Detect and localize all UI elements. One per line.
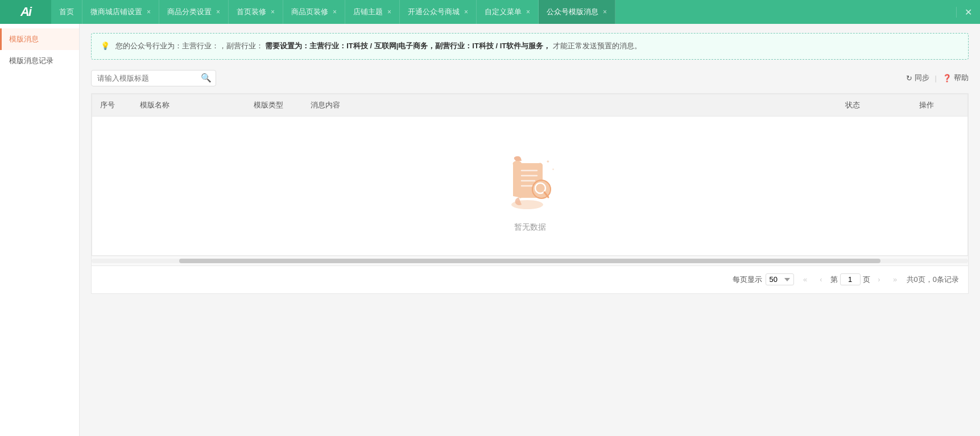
pagination: 每页显示 50 10 20 100 « ‹ 第 页 › » 共0页，0条记录	[91, 266, 969, 294]
first-page-button[interactable]: «	[799, 273, 812, 286]
toolbar-divider: |	[935, 74, 937, 82]
page-prefix: 第	[830, 275, 838, 285]
main-layout: 模版消息模版消息记录 💡 您的公众号行业为：主营行业：，副营行业： 需要设置为：…	[0, 24, 980, 436]
search-input-wrap: 🔍	[91, 70, 216, 86]
scroll-thumb	[179, 259, 880, 263]
col-action: 操作	[911, 94, 968, 116]
tab-close-wechat[interactable]: ×	[464, 8, 468, 16]
empty-illustration: ✦ ✦	[496, 151, 564, 213]
empty-state: ✦ ✦ 暂无数据	[92, 117, 967, 255]
next-page-button[interactable]: ›	[873, 273, 886, 286]
total-label: 共0页，0条记录	[907, 275, 959, 285]
table-body: ✦ ✦ 暂无数据	[92, 116, 968, 255]
nav-tab-product[interactable]: 商品页装修 ×	[283, 0, 345, 24]
content-area: 💡 您的公众号行业为：主营行业：，副营行业： 需要设置为：主营行业：IT科技 /…	[80, 24, 980, 436]
svg-text:✦: ✦	[552, 168, 555, 171]
nav-tab-template[interactable]: 公众号模版消息 ×	[539, 0, 615, 24]
nav-tabs: 首页微商城店铺设置 ×商品分类设置 ×首页装修 ×商品页装修 ×店铺主题 ×开通…	[51, 0, 956, 24]
table-header: 序号 模版名称 模版类型 消息内容 状态 操作	[92, 94, 968, 116]
notice-prefix: 您的公众号行业为：主营行业：，副营行业：	[115, 41, 263, 50]
nav-tab-wechat[interactable]: 开通公众号商城 ×	[400, 0, 477, 24]
sidebar: 模版消息模版消息记录	[0, 24, 80, 436]
help-label: 帮助	[954, 73, 969, 83]
tab-close-theme[interactable]: ×	[387, 8, 391, 16]
col-status: 状态	[837, 94, 911, 116]
tab-close-category[interactable]: ×	[216, 8, 220, 16]
page-suffix: 页	[863, 275, 870, 285]
per-page-select[interactable]: 50 10 20 100	[766, 273, 794, 285]
data-table: 序号 模版名称 模版类型 消息内容 状态 操作	[92, 94, 968, 256]
notice-highlight: 需要设置为：主营行业：IT科技 / 互联网|电子商务，副营行业：IT科技 / I…	[265, 41, 551, 50]
nav-tab-wsc[interactable]: 微商城店铺设置 ×	[82, 0, 159, 24]
svg-text:✦: ✦	[546, 159, 550, 164]
tab-close-wsc[interactable]: ×	[147, 8, 151, 16]
current-page-input[interactable]	[840, 273, 861, 285]
table-wrap: 序号 模版名称 模版类型 消息内容 状态 操作	[91, 93, 969, 266]
col-type: 模版类型	[246, 94, 303, 116]
per-page-label: 每页显示	[733, 275, 762, 285]
nav-tab-menu[interactable]: 自定义菜单 ×	[477, 0, 539, 24]
last-page-button[interactable]: »	[888, 273, 902, 286]
help-button[interactable]: ❓ 帮助	[942, 73, 969, 83]
prev-page-button[interactable]: ‹	[814, 273, 828, 286]
scroll-track	[92, 259, 968, 263]
search-input[interactable]	[91, 70, 216, 86]
search-icon[interactable]: 🔍	[201, 73, 212, 83]
sidebar-item-template-record[interactable]: 模版消息记录	[0, 50, 79, 72]
per-page-wrap: 每页显示 50 10 20 100	[733, 273, 794, 285]
col-name: 模版名称	[132, 94, 246, 116]
page-nav: « ‹ 第 页 › »	[799, 273, 902, 286]
table-scrollbar[interactable]	[92, 256, 968, 265]
close-all-button[interactable]: ✕	[956, 7, 980, 18]
search-bar: 🔍 ↻ 同步 | ❓ 帮助	[91, 70, 969, 86]
help-icon: ❓	[942, 74, 952, 82]
toolbar-right: ↻ 同步 | ❓ 帮助	[906, 73, 969, 83]
nav-tab-homepage[interactable]: 首页装修 ×	[229, 0, 283, 24]
logo: Ai	[0, 0, 51, 24]
sync-label: 同步	[915, 73, 929, 83]
tab-close-template[interactable]: ×	[603, 8, 607, 16]
tab-close-product[interactable]: ×	[333, 8, 337, 16]
nav-tab-category[interactable]: 商品分类设置 ×	[159, 0, 229, 24]
sync-button[interactable]: ↻ 同步	[906, 73, 929, 83]
nav-tab-home[interactable]: 首页	[51, 0, 82, 24]
sync-icon: ↻	[906, 74, 912, 82]
tab-close-menu[interactable]: ×	[526, 8, 530, 16]
top-nav: Ai 首页微商城店铺设置 ×商品分类设置 ×首页装修 ×商品页装修 ×店铺主题 …	[0, 0, 980, 24]
nav-tab-theme[interactable]: 店铺主题 ×	[345, 0, 400, 24]
bulb-icon: 💡	[101, 41, 110, 50]
sidebar-item-template-msg[interactable]: 模版消息	[0, 28, 79, 50]
col-content: 消息内容	[303, 94, 837, 116]
col-index: 序号	[92, 94, 132, 116]
notice-box: 💡 您的公众号行业为：主营行业：，副营行业： 需要设置为：主营行业：IT科技 /…	[91, 33, 969, 60]
tab-close-homepage[interactable]: ×	[271, 8, 275, 16]
notice-suffix: 才能正常发送预置的消息。	[553, 41, 642, 50]
empty-text: 暂无数据	[514, 222, 546, 232]
